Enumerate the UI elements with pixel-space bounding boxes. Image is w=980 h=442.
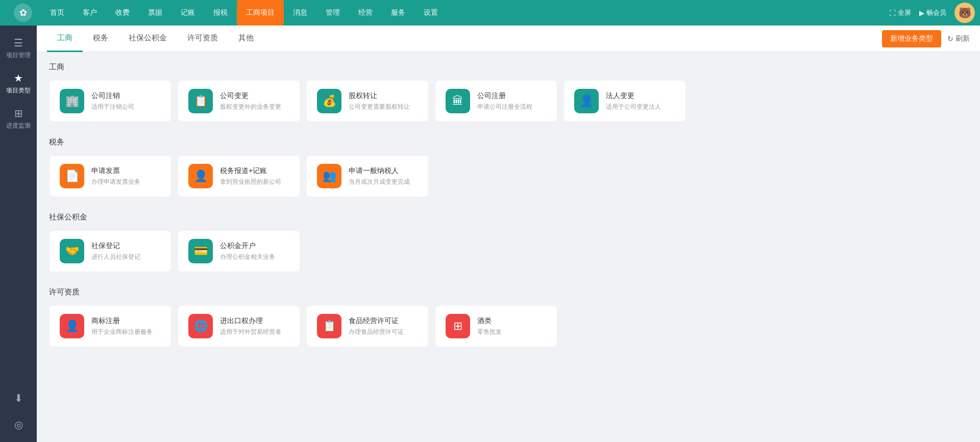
card-icon: 📋 [317, 314, 341, 338]
nav-item-工商项目[interactable]: 工商项目 [237, 0, 284, 26]
main-layout: ☰项目管理★项目类型⊞进度监测⬇◎ 工商税务社保公积金许可资质其他 新增业务类型… [0, 26, 980, 442]
service-card-税务报道+记账[interactable]: 👤 税务报道+记账 拿到营业执照的新公司 [178, 155, 300, 197]
tabs-row: 工商税务社保公积金许可资质其他 新增业务类型 ↻ 刷新 [37, 26, 980, 52]
section-title-许可资质: 许可资质 [49, 287, 968, 297]
tab-其他[interactable]: 其他 [228, 26, 264, 52]
card-icon: 💰 [317, 89, 341, 113]
nav-item-收费[interactable]: 收费 [106, 0, 139, 26]
card-icon: 🤝 [60, 239, 84, 263]
card-title: 法人变更 [606, 91, 661, 101]
nav-items: 首页客户收费票据记账报税工商项目消息管理经营服务设置 [41, 0, 889, 26]
card-text: 商标注册 用于企业商标注册服务 [91, 316, 153, 336]
service-card-申请一般纳税人[interactable]: 👥 申请一般纳税人 当月或次月成变更完成 [306, 155, 429, 197]
service-card-申请发票[interactable]: 📄 申请发票 办理申请发票业务 [49, 155, 172, 197]
nav-item-消息[interactable]: 消息 [284, 0, 316, 26]
card-text: 社保登记 进行人员社保登记 [91, 241, 140, 261]
member-label: 畅会员 [926, 8, 946, 17]
sidebar-item-项目类型[interactable]: ★项目类型 [0, 66, 37, 101]
sidebar-item-label: 项目类型 [6, 86, 31, 95]
service-card-进出口权办理[interactable]: 🌐 进出口权办理 适用于对外贸易经营者 [178, 305, 300, 347]
nav-item-管理[interactable]: 管理 [316, 0, 349, 26]
nav-item-客户[interactable]: 客户 [74, 0, 106, 26]
card-icon: 👤 [574, 89, 599, 113]
sidebar-item-label: 进度监测 [6, 121, 31, 130]
card-title: 公司变更 [220, 91, 281, 101]
sidebar-bottom-icon: ⬇ [14, 392, 23, 404]
card-icon: 🏛 [446, 89, 470, 113]
card-desc: 适用于公司变更法人 [606, 103, 661, 111]
card-text: 公司变更 股权变更外的业务变更 [220, 91, 281, 111]
scroll-area: 工商 🏢 公司注销 适用于注销公司 📋 公司变更 股权变更外的业务变更 💰 股权… [37, 52, 980, 442]
sidebar-icon: ⊞ [14, 107, 23, 119]
card-desc: 股权变更外的业务变更 [220, 103, 281, 111]
card-title: 公司注销 [91, 91, 134, 101]
nav-item-记账[interactable]: 记账 [172, 0, 204, 26]
service-card-酒类[interactable]: ⊞ 酒类 零售批发 [435, 305, 557, 347]
card-title: 申请发票 [91, 166, 140, 176]
nav-item-票据[interactable]: 票据 [139, 0, 172, 26]
card-text: 申请一般纳税人 当月或次月成变更完成 [349, 166, 410, 186]
new-type-button[interactable]: 新增业务类型 [882, 30, 941, 47]
card-desc: 适用于注销公司 [91, 103, 134, 111]
tab-许可资质[interactable]: 许可资质 [177, 26, 228, 52]
nav-item-服务[interactable]: 服务 [382, 0, 414, 26]
card-desc: 办理公积金相关业务 [220, 253, 275, 261]
card-desc: 办理食品经营许可证 [349, 328, 404, 336]
logo-area: ✿ [5, 4, 41, 22]
fullscreen-button[interactable]: ⛶ 全屏 [889, 8, 911, 17]
card-text: 法人变更 适用于公司变更法人 [606, 91, 661, 111]
service-card-公司注册[interactable]: 🏛 公司注册 申请公司注册全流程 [435, 80, 557, 122]
sidebar-bottom-item[interactable]: ◎ [0, 412, 37, 437]
tab-社保公积金[interactable]: 社保公积金 [118, 26, 177, 52]
member-button[interactable]: ▶ 畅会员 [919, 8, 946, 17]
card-desc: 拿到营业执照的新公司 [220, 178, 281, 186]
card-icon: 🏢 [60, 89, 84, 113]
cards-grid-税务: 📄 申请发票 办理申请发票业务 👤 税务报道+记账 拿到营业执照的新公司 👥 申… [49, 155, 968, 197]
card-desc: 当月或次月成变更完成 [349, 178, 410, 186]
nav-item-报税[interactable]: 报税 [204, 0, 237, 26]
card-text: 酒类 零售批发 [477, 316, 502, 336]
card-text: 申请发票 办理申请发票业务 [91, 166, 140, 186]
mascot-avatar: 🐻 [954, 3, 975, 23]
service-card-股权转让[interactable]: 💰 股权转让 公司变更需要股权转让 [306, 80, 429, 122]
section-title-税务: 税务 [49, 137, 968, 147]
card-desc: 用于企业商标注册服务 [91, 328, 153, 336]
service-card-食品经营许可证[interactable]: 📋 食品经营许可证 办理食品经营许可证 [306, 305, 429, 347]
card-title: 商标注册 [91, 316, 153, 326]
cards-grid-工商: 🏢 公司注销 适用于注销公司 📋 公司变更 股权变更外的业务变更 💰 股权转让 … [49, 80, 968, 122]
tab-税务[interactable]: 税务 [83, 26, 118, 52]
sidebar-bottom-icon: ◎ [14, 419, 23, 431]
card-desc: 公司变更需要股权转让 [349, 103, 410, 111]
refresh-button[interactable]: ↻ 刷新 [947, 34, 970, 43]
cards-grid-许可资质: 👤 商标注册 用于企业商标注册服务 🌐 进出口权办理 适用于对外贸易经营者 📋 … [49, 305, 968, 347]
card-desc: 申请公司注册全流程 [477, 103, 532, 111]
logo-icon: ✿ [14, 4, 32, 22]
sidebar-item-进度监测[interactable]: ⊞进度监测 [0, 101, 37, 136]
sidebar-bottom-item[interactable]: ⬇ [0, 386, 37, 410]
fullscreen-label: 全屏 [898, 8, 911, 17]
sidebar: ☰项目管理★项目类型⊞进度监测⬇◎ [0, 26, 37, 442]
top-navigation: ✿ 首页客户收费票据记账报税工商项目消息管理经营服务设置 ⛶ 全屏 ▶ 畅会员 … [0, 0, 980, 26]
card-text: 税务报道+记账 拿到营业执照的新公司 [220, 166, 281, 186]
card-title: 公司注册 [477, 91, 532, 101]
nav-item-经营[interactable]: 经营 [349, 0, 382, 26]
nav-item-首页[interactable]: 首页 [41, 0, 74, 26]
sidebar-item-label: 项目管理 [6, 51, 31, 60]
sidebar-item-项目管理[interactable]: ☰项目管理 [0, 31, 37, 66]
cards-grid-社保公积金: 🤝 社保登记 进行人员社保登记 💳 公积金开户 办理公积金相关业务 [49, 230, 968, 272]
service-card-公司变更[interactable]: 📋 公司变更 股权变更外的业务变更 [178, 80, 300, 122]
card-icon: 📋 [188, 89, 213, 113]
service-card-商标注册[interactable]: 👤 商标注册 用于企业商标注册服务 [49, 305, 172, 347]
nav-item-设置[interactable]: 设置 [414, 0, 447, 26]
card-title: 申请一般纳税人 [349, 166, 410, 176]
service-card-公积金开户[interactable]: 💳 公积金开户 办理公积金相关业务 [178, 230, 300, 272]
service-card-法人变更[interactable]: 👤 法人变更 适用于公司变更法人 [564, 80, 686, 122]
service-card-公司注销[interactable]: 🏢 公司注销 适用于注销公司 [49, 80, 172, 122]
tab-工商[interactable]: 工商 [47, 26, 83, 52]
section-title-社保公积金: 社保公积金 [49, 212, 968, 222]
card-title: 进出口权办理 [220, 316, 281, 326]
card-text: 公司注册 申请公司注册全流程 [477, 91, 532, 111]
service-card-社保登记[interactable]: 🤝 社保登记 进行人员社保登记 [49, 230, 172, 272]
card-desc: 办理申请发票业务 [91, 178, 140, 186]
sidebar-icon: ☰ [14, 37, 23, 49]
